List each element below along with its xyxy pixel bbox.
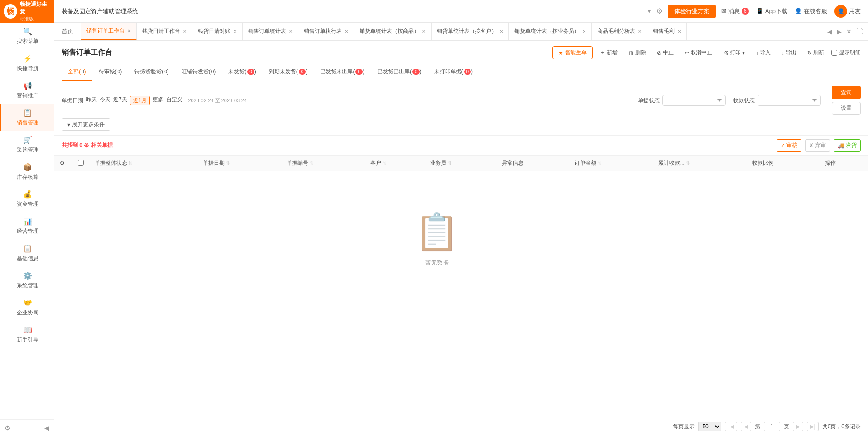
tab-sales_summary_staff[interactable]: 销货单统计表（按业务员）✕ bbox=[509, 23, 592, 40]
user-menu[interactable]: 👤 用友 bbox=[834, 5, 861, 18]
tab-close-sales_summary_customer[interactable]: ✕ bbox=[499, 29, 503, 34]
audit-button[interactable]: ✓ 审核 bbox=[777, 139, 801, 152]
tab-sales_summary_product[interactable]: 销货单统计表（按商品）✕ bbox=[354, 23, 432, 40]
page: 销售订单工作台 ★ 智能生单 ＋ 新增 🗑 删除 ⊘ 中止 bbox=[54, 41, 868, 436]
subtab-label: 未发货(0) bbox=[228, 68, 256, 75]
sidebar-item-marketing[interactable]: 📢营销推广 bbox=[0, 77, 54, 104]
sidebar-item-basic[interactable]: 📋基础信息 bbox=[0, 240, 54, 267]
refresh-button[interactable]: ↻ 刷新 bbox=[804, 47, 828, 58]
subtab-shipped_not_out[interactable]: 已发货未出库(0) bbox=[314, 63, 371, 81]
tab-next-button[interactable]: ▶ bbox=[835, 27, 844, 36]
query-button[interactable]: 查询 bbox=[832, 86, 861, 99]
sidebar-item-guide[interactable]: 📖新手引导 bbox=[0, 321, 54, 348]
toolbar: 共找到 0 条 相关单据 ✓ 审核 ✗ 弃审 🚚 发货 bbox=[54, 136, 868, 156]
tab-close-sales_workbench[interactable]: ✕ bbox=[127, 28, 131, 33]
sidebar-item-system[interactable]: ⚙️系统管理 bbox=[0, 267, 54, 294]
tab-prev-button[interactable]: ◀ bbox=[825, 27, 834, 36]
deaudit-button[interactable]: ✗ 弃审 bbox=[805, 139, 830, 152]
subtabs: 全部(0)待审核(0)待拣货验货(0)旺铺待发货(0)未发货(0)到期未发货(0… bbox=[54, 63, 868, 81]
date-filter: 单据日期 昨天今天近7天近1月更多自定义 2023-02-24 至 2023-0… bbox=[62, 96, 247, 105]
smart-order-button[interactable]: ★ 智能生单 bbox=[552, 46, 593, 59]
page-suffix: 页 bbox=[784, 423, 789, 431]
tab-close-sales_summary_staff[interactable]: ✕ bbox=[582, 29, 586, 34]
tab-sales_exec[interactable]: 销售订单执行表✕ bbox=[298, 23, 354, 40]
deaudit-icon: ✗ bbox=[809, 142, 814, 149]
subtab-shipped_out[interactable]: 已发货已出库(0) bbox=[371, 63, 428, 81]
tab-fullscreen-button[interactable]: ⛶ bbox=[854, 27, 864, 36]
tab-sales_gross[interactable]: 销售毛利✕ bbox=[647, 23, 687, 40]
add-button[interactable]: ＋ 新增 bbox=[596, 47, 621, 58]
title-dropdown-icon[interactable]: ▾ bbox=[648, 8, 651, 14]
app-download-button[interactable]: 📱 App下载 bbox=[756, 7, 787, 15]
sidebar-item-finance[interactable]: 💰资金管理 bbox=[0, 185, 54, 213]
table-wrap: ⚙ 单据整体状态⇅ 单据日期⇅ 单据编号⇅ 客户⇅ 业务员⇅ 异常信息 订单金额… bbox=[54, 156, 868, 417]
tabbar: 首页 销售订单工作台✕钱货日清工作台✕钱货日清对账✕销售订单统计表✕销售订单执行… bbox=[54, 23, 868, 41]
subtab-overdue_ship[interactable]: 到期未发货(0) bbox=[263, 63, 314, 81]
message-button[interactable]: ✉ 消息 6 bbox=[721, 7, 749, 15]
delete-button[interactable]: 🗑 删除 bbox=[625, 47, 650, 58]
tab-close-margin_analysis[interactable]: ✕ bbox=[638, 29, 642, 34]
sidebar-collapse-button[interactable]: ◀ bbox=[44, 424, 49, 431]
next-page-button[interactable]: ▶ bbox=[793, 422, 803, 431]
tab-sales_summary_customer[interactable]: 销货单统计表（按客户）✕ bbox=[432, 23, 509, 40]
status-select[interactable] bbox=[662, 95, 726, 106]
first-page-button[interactable]: |◀ bbox=[725, 422, 737, 431]
tab-close-sales_exec[interactable]: ✕ bbox=[345, 29, 348, 34]
online-service-button[interactable]: 👤 在线客服 bbox=[795, 7, 827, 15]
date-link-昨天[interactable]: 昨天 bbox=[86, 96, 97, 105]
subtab-not_shipped[interactable]: 未发货(0) bbox=[222, 63, 263, 81]
expand-filter-button[interactable]: ▾ 展开更多条件 bbox=[62, 118, 110, 131]
ship-button[interactable]: 🚚 发货 bbox=[834, 139, 861, 152]
tab-cash_daily[interactable]: 钱货日清工作台✕ bbox=[137, 23, 192, 40]
tab-close-cash_reconcile[interactable]: ✕ bbox=[233, 29, 237, 34]
tab-close-sales_gross[interactable]: ✕ bbox=[677, 29, 681, 34]
sidebar-item-collab[interactable]: 🤝企业协同 bbox=[0, 294, 54, 321]
sidebar-item-purchase[interactable]: 🛒采购管理 bbox=[0, 131, 54, 158]
date-link-自定义[interactable]: 自定义 bbox=[166, 96, 182, 105]
export-button[interactable]: ↓ 导出 bbox=[778, 47, 800, 58]
topbar-gear-icon[interactable]: ⚙ bbox=[656, 7, 662, 15]
tab-close-sales_summary_product[interactable]: ✕ bbox=[422, 29, 426, 34]
sidebar-item-label: 企业协同 bbox=[17, 309, 38, 317]
date-link-今天[interactable]: 今天 bbox=[100, 96, 110, 105]
suspend-button[interactable]: ⊘ 中止 bbox=[653, 47, 677, 58]
setting-button[interactable]: 设置 bbox=[832, 102, 861, 115]
date-link-更多[interactable]: 更多 bbox=[153, 96, 163, 105]
per-page-select[interactable]: 50 10 20 100 bbox=[698, 422, 721, 431]
sidebar-item-label: 库存核算 bbox=[17, 173, 38, 181]
sidebar-item-quicknav[interactable]: ⚡快捷导航 bbox=[0, 50, 54, 77]
industry-button[interactable]: 体验行业方案 bbox=[668, 5, 716, 18]
cancel-suspend-button[interactable]: ↩ 取消中止 bbox=[681, 47, 716, 58]
select-all-checkbox[interactable] bbox=[78, 160, 84, 166]
tab-cash_reconcile[interactable]: 钱货日清对账✕ bbox=[192, 23, 243, 40]
tab-close-cash_daily[interactable]: ✕ bbox=[183, 29, 187, 34]
import-button[interactable]: ↑ 导入 bbox=[752, 47, 774, 58]
tab-close-sales_stats[interactable]: ✕ bbox=[289, 29, 293, 34]
subtab-pending_check[interactable]: 待拣货验货(0) bbox=[128, 63, 175, 81]
last-page-button[interactable]: ▶| bbox=[807, 422, 819, 431]
date-link-近1月[interactable]: 近1月 bbox=[130, 96, 150, 105]
tab-sales_workbench[interactable]: 销售订单工作台✕ bbox=[81, 23, 137, 40]
tab-close-all-button[interactable]: ✕ bbox=[844, 27, 854, 36]
sidebar-nav: 🔍搜索菜单⚡快捷导航📢营销推广📋销售管理🛒采购管理📦库存核算💰资金管理📊经营管理… bbox=[0, 23, 54, 348]
collect-select[interactable] bbox=[758, 95, 821, 106]
sidebar-item-sales[interactable]: 📋销售管理 bbox=[0, 104, 54, 131]
sidebar-item-operations[interactable]: 📊经营管理 bbox=[0, 213, 54, 240]
tab-home[interactable]: 首页 bbox=[54, 23, 81, 40]
subtab-not_printed[interactable]: 未打印单据(0) bbox=[428, 63, 480, 81]
show-detail-checkbox[interactable]: 显示明细 bbox=[831, 49, 861, 57]
subtab-all[interactable]: 全部(0) bbox=[62, 63, 92, 81]
date-link-近7天[interactable]: 近7天 bbox=[113, 96, 127, 105]
subtab-wangpu_ship[interactable]: 旺铺待发货(0) bbox=[175, 63, 222, 81]
sidebar-item-search[interactable]: 🔍搜索菜单 bbox=[0, 23, 54, 50]
prev-page-button[interactable]: ◀ bbox=[741, 422, 751, 431]
print-button[interactable]: 🖨 打印 ▾ bbox=[719, 47, 748, 58]
show-detail-input[interactable] bbox=[831, 50, 837, 56]
subtab-pending_review[interactable]: 待审核(0) bbox=[92, 63, 129, 81]
tab-sales_stats[interactable]: 销售订单统计表✕ bbox=[243, 23, 298, 40]
system-title: 装备及固定资产辅助管理系统 bbox=[62, 7, 640, 15]
tab-margin_analysis[interactable]: 商品毛利分析表✕ bbox=[592, 23, 647, 40]
sidebar-item-inventory[interactable]: 📦库存核算 bbox=[0, 158, 54, 185]
page-input[interactable] bbox=[764, 422, 780, 431]
sidebar-settings-button[interactable]: ⚙ bbox=[5, 424, 10, 431]
